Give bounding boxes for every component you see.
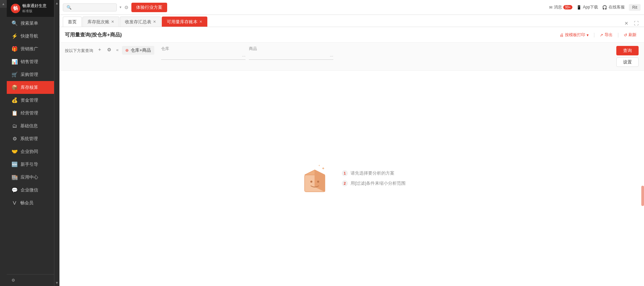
filter-fields: 仓库 ··· 商品 ··· [154,46,610,60]
sidebar-item-company[interactable]: 🤝 企业协同 [7,145,54,158]
topbar-search-input[interactable] [73,5,113,10]
header-divider-2 [618,33,618,37]
sidebar-scroll-area: 🔍 搜索菜单 ⚡ 快捷导航 🎁 营销推广 📊 销售管理 🛒 采购管理 📦 库存核… [7,17,54,274]
scroll-up-btn[interactable]: ▲ [54,0,59,6]
tab-batch[interactable]: 库存批次账 ✕ [82,17,119,27]
empty-step-1: 1 请先选择要分析的方案 [342,170,406,176]
tab-close-available[interactable]: ✕ [199,20,202,24]
topbar-gear-icon[interactable]: ⚙ [124,5,129,10]
tab-home[interactable]: 首页 [63,17,82,27]
sidebar: 畅 畅康通好生意 标准版 🔍 搜索菜单 ⚡ 快捷导航 🎁 营销推广 📊 销售管理… [7,0,54,286]
shortcut-icon: ⚡ [11,33,18,39]
sidebar-item-purchase[interactable]: 🛒 采购管理 [7,68,54,81]
goods-more-icon[interactable]: ··· [330,54,333,58]
handshake-icon: 🤝 [11,149,18,155]
collapse-filter-button[interactable]: « [115,47,120,53]
window-close-button[interactable]: ✕ [622,20,630,27]
app-download-button[interactable]: 📱 App下载 [576,4,598,10]
header-divider-1 [594,33,594,37]
sidebar-item-finance[interactable]: 💰 资金管理 [7,94,54,107]
sidebar-item-wechat[interactable]: 💬 企业微信 [7,184,54,197]
empty-text-area: 1 请先选择要分析的方案 2 用[过滤]条件来缩小分析范围 [342,170,406,186]
scheme-item-area: ⊕ 仓库+商品 [122,46,154,55]
svg-point-4 [317,181,319,183]
online-service-button[interactable]: 🎧 在线客服 [602,4,625,10]
goods-input-wrapper: ··· [249,52,333,60]
filter-actions: 查询 设置 [610,46,639,67]
sidebar-scroll-controls: ▲ [0,0,7,286]
warehouse-input[interactable] [161,53,241,58]
sidebar-bottom[interactable]: ⚙ [7,274,54,286]
content-header: 可用量查询(按仓库+商品) 🖨 按模板打印 ▾ ↗ 导出 ↺ 刷新 [59,27,644,43]
add-scheme-button[interactable]: ＋ [96,46,103,53]
user-menu-button[interactable]: Rit [629,4,641,11]
topbar-search-box[interactable]: 🔍 [63,3,117,11]
sidebar-logo: 畅 畅康通好生意 标准版 [7,0,54,17]
sidebar-item-system[interactable]: ⚙ 系统管理 [7,132,54,145]
warehouse-input-wrapper: ··· [161,52,246,60]
new-icon: 🆕 [11,161,18,167]
empty-state: ✦ ✦ 1 请先选择要分析的方案 2 用[过滤]条件来缩小分析范围 [59,71,644,286]
gear-icon: ⚙ [11,136,18,142]
clipboard-icon: 📋 [11,110,18,116]
sidebar-item-basic[interactable]: 🗂 基础信息 [7,120,54,132]
settings-bottom-icon: ⚙ [11,278,15,283]
gift-icon: 🎁 [11,46,18,52]
money-icon: 💰 [11,97,18,103]
tab-close-batch[interactable]: ✕ [111,20,114,24]
sidebar-item-marketing[interactable]: 🎁 营销推广 [7,43,54,55]
empty-step-2: 2 用[过滤]条件来缩小分析范围 [342,180,406,186]
trial-industry-button[interactable]: 体验行业方案 [131,3,167,12]
query-button[interactable]: 查询 [616,46,639,55]
tab-close-collect[interactable]: ✕ [153,20,156,24]
right-scrollbar[interactable] [641,186,644,206]
warehouse-more-icon[interactable]: ··· [242,54,246,58]
sidebar-item-appstore[interactable]: 🏬 应用中心 [7,171,54,184]
logo-icon: 畅 [11,4,20,13]
logo-text: 畅康通好生意 标准版 [22,3,47,14]
phone-icon: 📱 [576,5,582,10]
step-1-number: 1 [342,170,348,176]
search-icon: 🔍 [11,20,18,26]
sidebar-scroll-up[interactable]: ▲ [0,0,7,8]
step-2-number: 2 [342,180,348,186]
sidebar-item-sales[interactable]: 📊 销售管理 [7,55,54,68]
scheme-item-warehouse[interactable]: ⊕ 仓库+商品 [122,46,154,55]
chart-icon: 📊 [11,59,18,65]
topbar-chevron-icon[interactable]: ▾ [120,5,122,9]
export-button[interactable]: ↗ 导出 [598,31,615,39]
headset-icon: 🎧 [602,5,607,10]
empty-illustration: ✦ ✦ [298,161,332,195]
settings-scheme-button[interactable]: ⚙ [105,46,113,53]
topbar-right: ✉ 消息 99+ 📱 App下载 🎧 在线客服 Rit [549,4,641,11]
print-icon: 🖨 [560,33,564,37]
sidebar-item-search[interactable]: 🔍 搜索菜单 [7,17,54,30]
sidebar-item-newguide[interactable]: 🆕 新手引导 [7,158,54,171]
sidebar-item-inventory[interactable]: 📦 库存核算 [7,81,54,94]
window-expand-button[interactable]: ⛶ [632,20,641,27]
export-icon: ↗ [600,33,603,37]
setting-button[interactable]: 设置 [616,57,639,67]
box-icon: 📦 [11,84,18,90]
tabs-bar: 首页 库存批次账 ✕ 收发存汇总表 ✕ 可用量库存账本 ✕ ✕ ⛶ [59,15,644,27]
window-buttons: ✕ ⛶ [622,20,641,27]
store-icon: 🏬 [11,174,18,180]
tab-collect[interactable]: 收发存汇总表 ✕ [120,17,161,27]
print-button[interactable]: 🖨 按模板打印 ▾ [558,31,591,39]
message-icon: ✉ [549,5,552,10]
tab-available[interactable]: 可用量库存账本 ✕ [162,17,207,27]
filter-scheme-controls: ＋ ⚙ « [96,46,120,53]
message-button[interactable]: ✉ 消息 99+ [549,4,572,10]
scroll-down-btn[interactable]: ▼ [54,280,59,286]
refresh-button[interactable]: ↺ 刷新 [622,31,639,39]
goods-input[interactable] [249,53,329,58]
filter-area: 按以下方案查询 ＋ ⚙ « ⊕ 仓库+商品 仓库 ··· [59,43,644,71]
search-small-icon: 🔍 [67,5,72,10]
folder-icon: 🗂 [11,123,18,129]
main-area: 🔍 ▾ ⚙ 体验行业方案 ✉ 消息 99+ 📱 App下载 🎧 在线客服 Rit [59,0,644,286]
sidebar-item-member[interactable]: V 畅会员 [7,197,54,209]
message-badge: 99+ [563,5,572,9]
sidebar-item-shortcut[interactable]: ⚡ 快捷导航 [7,30,54,43]
scheme-item-icon: ⊕ [125,48,129,53]
sidebar-item-operation[interactable]: 📋 经营管理 [7,107,54,120]
